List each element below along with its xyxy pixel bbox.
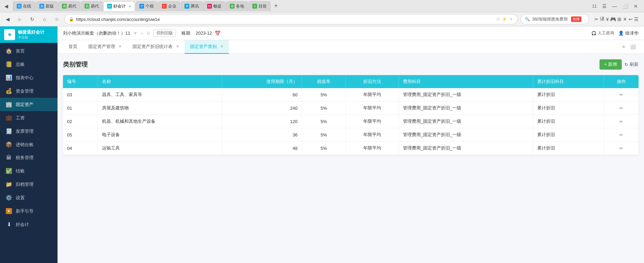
- browser-tab-tengxun[interactable]: 腾 腾讯: [181, 1, 203, 11]
- search-bar[interactable]: 🔍 360智能抠图免费用 热搜: [520, 14, 589, 24]
- close-btn[interactable]: ✕: [632, 3, 640, 10]
- content-tab-depreciation[interactable]: 固定资产折旧统计表 ✕: [127, 40, 185, 54]
- tab-favicon-geshui: 个: [139, 4, 144, 9]
- content-area: 刘小艳演示账套（勿删勿动！）11 ▼ + ⚙ 切到旧版 账期 2023-12 📅…: [58, 26, 644, 263]
- headset-icon: 🎧: [591, 31, 596, 36]
- sidebar-item-ledger[interactable]: 📒 总账: [0, 58, 58, 71]
- topbar-dropdown-icon[interactable]: ▼: [133, 31, 138, 36]
- col-header-action: 操作: [604, 75, 639, 88]
- sidebar-item-more[interactable]: ⬇ 好会计: [0, 218, 58, 231]
- browser-tab-yidai1[interactable]: 易 易代: [58, 1, 80, 11]
- restore-btn[interactable]: ⬜: [620, 3, 630, 10]
- back-button[interactable]: ◀: [1, 1, 11, 11]
- sidebar-brand[interactable]: 畅 畅捷通好会计 专业版: [0, 26, 58, 43]
- content-tab-fixed-asset-mgr[interactable]: 固定资产管理 ✕: [83, 40, 127, 54]
- content-close-btn[interactable]: ✕: [620, 44, 627, 50]
- user-account-btn[interactable]: 👤 徐泽华: [618, 30, 639, 36]
- table-row: 05 电子设备 36 5% 年限平均 管理费用_固定资产折旧_一级 累计折旧 ✏: [63, 128, 639, 142]
- edit-icon-0[interactable]: ✏: [619, 92, 623, 97]
- archive-icon: 📁: [5, 181, 12, 188]
- sidebar-label-fixed-asset: 固定资产: [16, 101, 34, 108]
- sidebar-item-tax[interactable]: 🏛 税务管理: [0, 151, 58, 164]
- switch-to-old-btn[interactable]: 切到旧版: [153, 29, 176, 37]
- topbar-user-label: 刘小艳演示账套（勿删勿动！）11: [63, 30, 130, 36]
- edit-icon-3[interactable]: ✏: [619, 132, 623, 138]
- topbar-gear-icon[interactable]: ⚙: [146, 31, 151, 36]
- browser-tab-gedi[interactable]: 各 各地: [226, 1, 248, 11]
- customer-service-btn[interactable]: 🎧 人工咨询: [591, 30, 614, 36]
- close-tab-depreciation[interactable]: ✕: [176, 44, 179, 49]
- sidebar-item-fund[interactable]: 💰 资金管理: [0, 84, 58, 98]
- forward-nav-button[interactable]: ▶: [15, 14, 25, 24]
- edit-icon-1[interactable]: ✏: [619, 106, 623, 111]
- home-icon: 🏠: [5, 48, 12, 54]
- bookmark-button[interactable]: ☆: [52, 14, 62, 24]
- sidebar-item-newguide[interactable]: ▶️ 新手引导: [0, 204, 58, 218]
- cell-period-2: 120: [222, 115, 302, 128]
- content-tab-asset-category[interactable]: 固定资产类别 ✕: [185, 40, 229, 54]
- url-bar[interactable]: 🔒 https://cloud.chanjet.com/accounting/u…: [64, 14, 518, 24]
- translate-icon[interactable]: 译: [600, 16, 605, 22]
- content-expand-btn[interactable]: ⬜: [629, 44, 637, 50]
- sidebar-item-invoice[interactable]: 🧾 发票管理: [0, 124, 58, 138]
- sidebar-nav: 🏠 首页 📒 总账 📊 报表中心 💰 资金管理 🏢 固定资产 💼 工资: [0, 43, 58, 263]
- tab-label-yidai1: 易代: [68, 3, 76, 9]
- content-window-controls: ✕ ⬜: [620, 44, 639, 50]
- username-label: 徐泽华: [625, 30, 639, 36]
- sidebar-item-salary[interactable]: 💼 工资: [0, 111, 58, 124]
- cell-action-0[interactable]: ✏: [604, 88, 639, 101]
- reload-button[interactable]: ↻: [27, 14, 37, 24]
- tab-count-badge[interactable]: 11: [590, 3, 599, 9]
- tab-close-haohuiji[interactable]: ✕: [128, 4, 131, 8]
- sidebar-label-invoice: 发票管理: [16, 128, 34, 134]
- more-icon[interactable]: ☰: [634, 16, 639, 22]
- tab-label-qiye: 企业: [168, 3, 176, 9]
- topbar-add-icon[interactable]: +: [140, 31, 143, 36]
- browser-tab-geshui[interactable]: 个 个税: [136, 1, 157, 11]
- grid-icon[interactable]: ⊞: [617, 16, 621, 22]
- sidebar-item-fixed-asset[interactable]: 🏢 固定资产: [0, 98, 58, 111]
- sidebar-item-archive[interactable]: 📁 归档管理: [0, 178, 58, 191]
- col-header-name: 名称: [98, 75, 222, 88]
- sidebar-item-home[interactable]: 🏠 首页: [0, 44, 58, 58]
- history-icon[interactable]: ↩: [629, 16, 633, 22]
- browser-tab-zaixin[interactable]: 在 在线: [13, 1, 35, 11]
- cell-accum-2: 累计折旧: [533, 115, 604, 128]
- sidebar-item-report[interactable]: 📊 报表中心: [0, 71, 58, 84]
- topbar-calendar-icon[interactable]: 📅: [215, 31, 220, 36]
- sidebar-item-checkout[interactable]: ✅ 结账: [0, 164, 58, 178]
- add-category-btn[interactable]: + 新增: [599, 59, 622, 70]
- close-tab-asset-category[interactable]: ✕: [220, 44, 223, 49]
- content-tab-fixed-asset-mgr-label: 固定资产管理: [88, 44, 115, 50]
- cell-action-1[interactable]: ✏: [604, 101, 639, 115]
- invoice-icon: 🧾: [5, 128, 12, 134]
- browser-tab-changti[interactable]: M 畅提: [203, 1, 225, 11]
- browser-tab-yidai2[interactable]: 易 易代: [81, 1, 103, 11]
- cell-action-4[interactable]: ✏: [604, 142, 639, 155]
- scissors-icon[interactable]: ✂: [594, 16, 598, 22]
- new-tab-button[interactable]: +: [271, 1, 281, 11]
- edit-icon-4[interactable]: ✏: [619, 146, 623, 151]
- cell-expense-0: 管理费用_固定资产折旧_一级: [399, 88, 533, 101]
- browser-tab-muqian[interactable]: S 目前: [249, 1, 270, 11]
- content-tab-home[interactable]: 首页: [63, 40, 83, 54]
- brightness-icon[interactable]: ☀: [623, 16, 627, 22]
- sidebar-item-inventory[interactable]: 📦 进销台账: [0, 138, 58, 151]
- game-icon[interactable]: 🎮: [610, 16, 616, 22]
- close-tab-fixed-asset-mgr[interactable]: ✕: [118, 44, 122, 49]
- minimize-btn[interactable]: —: [610, 3, 619, 10]
- home-nav-button[interactable]: ⌂: [40, 14, 49, 24]
- back-nav-button[interactable]: ◀: [3, 14, 12, 24]
- browser-tab-qiye[interactable]: C 企业: [158, 1, 180, 11]
- cell-accum-0: 累计折旧: [533, 88, 604, 101]
- browser-menu-btn[interactable]: ☰: [600, 3, 609, 10]
- coin-icon[interactable]: ¥: [606, 16, 609, 22]
- sidebar-item-settings[interactable]: ⚙️ 设置: [0, 191, 58, 204]
- sidebar-label-ledger: 总账: [16, 61, 25, 68]
- cell-action-3[interactable]: ✏: [604, 128, 639, 142]
- browser-tab-xinban[interactable]: 新 新版: [36, 1, 58, 11]
- cell-action-2[interactable]: ✏: [604, 115, 639, 128]
- edit-icon-2[interactable]: ✏: [619, 119, 623, 124]
- refresh-btn[interactable]: ↻ 刷新: [624, 59, 639, 70]
- browser-tab-haohuiji[interactable]: 好 好会计 ✕: [103, 1, 135, 11]
